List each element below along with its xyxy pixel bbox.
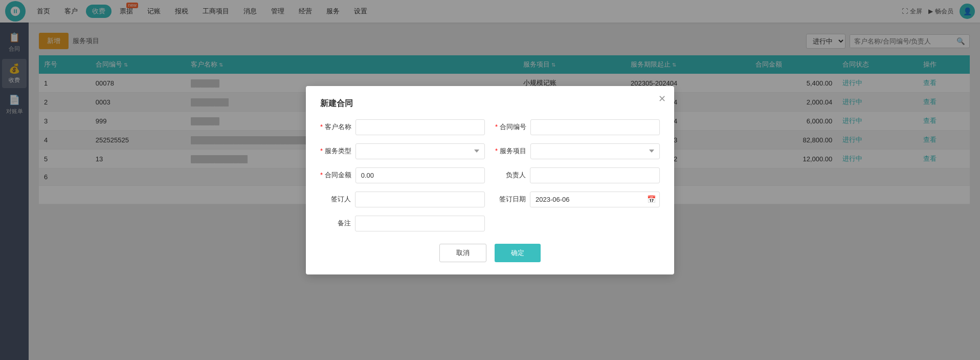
customer-name-group: 客户名称	[320, 119, 485, 135]
signer-label: 签订人	[320, 195, 351, 204]
form-row-1: 客户名称 合同编号	[320, 119, 660, 135]
signer-input[interactable]	[355, 192, 485, 207]
contract-no-label: 合同编号	[495, 122, 526, 132]
modal-title: 新建合同	[320, 98, 660, 109]
form-row-3: 合同金额 负责人	[320, 167, 660, 183]
modal-close-btn[interactable]: ✕	[658, 93, 666, 104]
service-item-label: 服务项目	[495, 146, 526, 156]
note-input[interactable]	[355, 216, 485, 231]
form-row-2: 服务类型 服务项目	[320, 143, 660, 159]
responsible-group: 负责人	[495, 167, 660, 183]
confirm-btn[interactable]: 确定	[495, 244, 541, 262]
amount-group: 合同金额	[320, 167, 485, 183]
contract-no-input[interactable]	[530, 119, 660, 135]
service-type-group: 服务类型	[320, 143, 485, 159]
sign-date-label: 签订日期	[495, 195, 526, 204]
sign-date-group: 签订日期 📅	[495, 192, 660, 207]
calendar-icon[interactable]: 📅	[647, 195, 656, 203]
sign-date-wrap: 📅	[530, 192, 660, 207]
service-type-select[interactable]	[355, 143, 485, 159]
responsible-input[interactable]	[530, 167, 660, 183]
sign-date-input[interactable]	[530, 192, 660, 207]
note-group: 备注	[320, 216, 485, 231]
responsible-label: 负责人	[495, 171, 526, 180]
amount-label: 合同金额	[320, 171, 351, 180]
service-type-label: 服务类型	[320, 146, 351, 156]
service-item-select[interactable]	[530, 143, 660, 159]
new-contract-modal: ✕ 新建合同 客户名称 合同编号 服务类型 服务项目	[306, 86, 674, 274]
customer-name-input[interactable]	[355, 119, 485, 135]
form-row-5: 备注	[320, 216, 660, 231]
modal-footer: 取消 确定	[320, 244, 660, 262]
cancel-btn[interactable]: 取消	[439, 244, 486, 262]
customer-name-label: 客户名称	[320, 122, 351, 132]
signer-group: 签订人	[320, 192, 485, 207]
amount-input[interactable]	[355, 167, 485, 183]
modal-overlay: ✕ 新建合同 客户名称 合同编号 服务类型 服务项目	[0, 0, 980, 360]
note-label: 备注	[320, 219, 351, 228]
service-item-group: 服务项目	[495, 143, 660, 159]
form-row-4: 签订人 签订日期 📅	[320, 192, 660, 207]
contract-no-group: 合同编号	[495, 119, 660, 135]
